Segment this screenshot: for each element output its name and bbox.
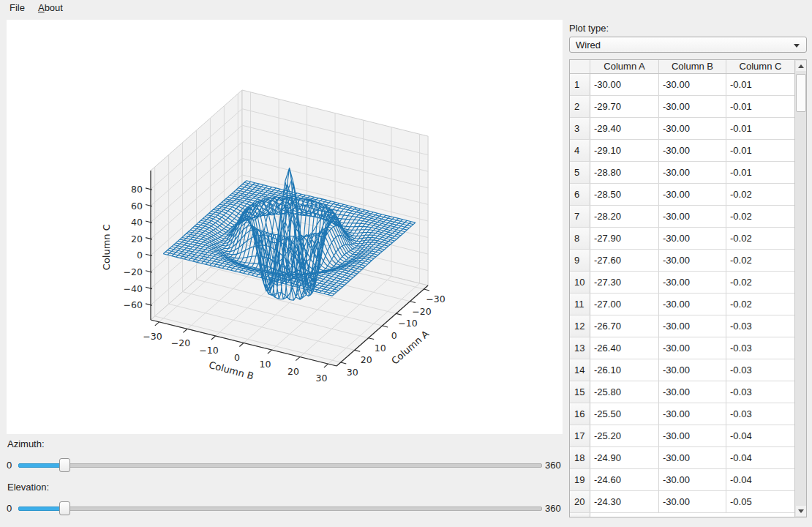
row-header[interactable]: 13 [570, 337, 590, 359]
scroll-up-button[interactable] [796, 61, 806, 71]
row-header[interactable]: 5 [570, 162, 590, 183]
elevation-slider-handle[interactable] [59, 501, 70, 515]
table-scrollbar[interactable] [794, 60, 806, 517]
table-cell[interactable]: -0.01 [726, 118, 794, 139]
table-cell[interactable]: -0.02 [726, 250, 794, 271]
table-cell[interactable]: -0.02 [726, 294, 794, 315]
table-cell[interactable]: -30.00 [659, 206, 726, 227]
table-cell[interactable]: -30.00 [659, 74, 726, 95]
table-cell[interactable]: -30.00 [659, 381, 726, 403]
table-cell[interactable]: -28.50 [590, 184, 659, 205]
table-cell[interactable]: -24.60 [590, 469, 659, 490]
row-header[interactable]: 18 [570, 447, 590, 468]
row-header[interactable]: 19 [570, 469, 590, 490]
table-cell[interactable]: -30.00 [659, 359, 726, 381]
table-cell[interactable]: -30.00 [659, 337, 726, 359]
row-header[interactable]: 17 [570, 425, 590, 446]
table-cell[interactable]: -0.01 [726, 96, 794, 117]
menu-file[interactable]: File [3, 1, 31, 15]
table-cell[interactable]: -25.50 [590, 403, 659, 425]
table-cell[interactable]: -27.90 [590, 228, 659, 249]
menu-about[interactable]: About [31, 1, 69, 15]
table-cell[interactable]: -30.00 [659, 447, 726, 468]
row-header[interactable]: 6 [570, 184, 590, 205]
table-cell[interactable]: -30.00 [659, 315, 726, 337]
z-axis-title: Column C [101, 224, 112, 270]
table-cell[interactable]: -30.00 [659, 425, 726, 446]
row-header[interactable]: 3 [570, 118, 590, 139]
table-cell[interactable]: -0.02 [726, 272, 794, 293]
table-cell[interactable]: -29.40 [590, 118, 659, 139]
table-cell[interactable]: -30.00 [659, 118, 726, 139]
table-cell[interactable]: -30.00 [659, 250, 726, 271]
table-corner-cell[interactable] [570, 60, 590, 73]
table-cell[interactable]: -0.02 [726, 184, 794, 205]
table-cell[interactable]: -29.70 [590, 96, 659, 117]
table-cell[interactable]: -0.03 [726, 337, 794, 359]
row-header[interactable]: 14 [570, 359, 590, 381]
table-cell[interactable]: -0.01 [726, 140, 794, 161]
table-cell[interactable]: -27.30 [590, 272, 659, 293]
column-header-a[interactable]: Column A [590, 60, 659, 73]
table-cell[interactable]: -0.03 [726, 403, 794, 425]
scrollbar-thumb[interactable] [796, 74, 806, 112]
table-cell[interactable]: -30.00 [659, 272, 726, 293]
table-cell[interactable]: -30.00 [590, 74, 659, 95]
table-cell[interactable]: -0.03 [726, 359, 794, 381]
table-cell[interactable]: -27.00 [590, 294, 659, 315]
row-header[interactable]: 7 [570, 206, 590, 227]
table-cell[interactable]: -29.10 [590, 140, 659, 161]
table-cell[interactable]: -0.01 [726, 162, 794, 183]
row-header[interactable]: 2 [570, 96, 590, 117]
table-cell[interactable]: -24.90 [590, 447, 659, 468]
table-cell[interactable]: -0.04 [726, 447, 794, 468]
azimuth-slider-fill [18, 463, 66, 468]
row-header[interactable]: 11 [570, 294, 590, 315]
azimuth-slider-track[interactable] [18, 463, 542, 468]
table-cell[interactable]: -0.05 [726, 491, 794, 512]
table-cell[interactable]: -30.00 [659, 228, 726, 249]
table-cell[interactable]: -30.00 [659, 96, 726, 117]
table-cell[interactable]: -0.04 [726, 425, 794, 446]
row-header[interactable]: 1 [570, 74, 590, 95]
row-header[interactable]: 16 [570, 403, 590, 425]
row-header[interactable] [570, 513, 590, 517]
table-cell[interactable]: -24.30 [590, 491, 659, 512]
scroll-down-button[interactable] [796, 506, 806, 516]
table-cell[interactable]: -0.03 [726, 315, 794, 337]
table-cell[interactable]: -30.00 [659, 140, 726, 161]
row-header[interactable]: 15 [570, 381, 590, 403]
table-cell[interactable]: -26.10 [590, 359, 659, 381]
table-cell[interactable]: -0.01 [726, 74, 794, 95]
row-header[interactable]: 20 [570, 491, 590, 512]
plot-canvas[interactable]: −30−20−100102030−30−20−10010203080604020… [7, 20, 563, 434]
table-cell[interactable]: -30.00 [659, 403, 726, 425]
table-cell[interactable]: -25.20 [590, 425, 659, 446]
azimuth-slider-handle[interactable] [59, 458, 70, 472]
table-cell[interactable]: -28.20 [590, 206, 659, 227]
table-cell[interactable]: -0.03 [726, 381, 794, 403]
table-cell[interactable]: -26.40 [590, 337, 659, 359]
row-header[interactable]: 4 [570, 140, 590, 161]
table-cell[interactable]: -30.00 [659, 491, 726, 512]
table-cell[interactable]: -25.80 [590, 381, 659, 403]
table-cell[interactable]: -27.60 [590, 250, 659, 271]
table-cell[interactable]: -30.00 [659, 294, 726, 315]
elevation-slider-track[interactable] [18, 507, 542, 511]
table-cell[interactable]: -0.02 [726, 228, 794, 249]
row-header[interactable]: 8 [570, 228, 590, 249]
row-header[interactable]: 10 [570, 272, 590, 293]
table-cell[interactable]: -30.00 [659, 162, 726, 183]
column-header-c[interactable]: Column C [726, 60, 794, 73]
table-cell[interactable]: -0.02 [726, 206, 794, 227]
plot-type-combobox[interactable]: Wired [569, 37, 807, 53]
column-header-b[interactable]: Column B [659, 60, 726, 73]
table-cell[interactable]: -30.00 [659, 469, 726, 490]
row-header[interactable]: 9 [570, 250, 590, 271]
row-header[interactable]: 12 [570, 315, 590, 337]
table-cell[interactable]: -26.70 [590, 315, 659, 337]
svg-text:30: 30 [347, 367, 358, 378]
table-cell[interactable]: -0.04 [726, 469, 794, 490]
table-cell[interactable]: -30.00 [659, 184, 726, 205]
table-cell[interactable]: -28.80 [590, 162, 659, 183]
